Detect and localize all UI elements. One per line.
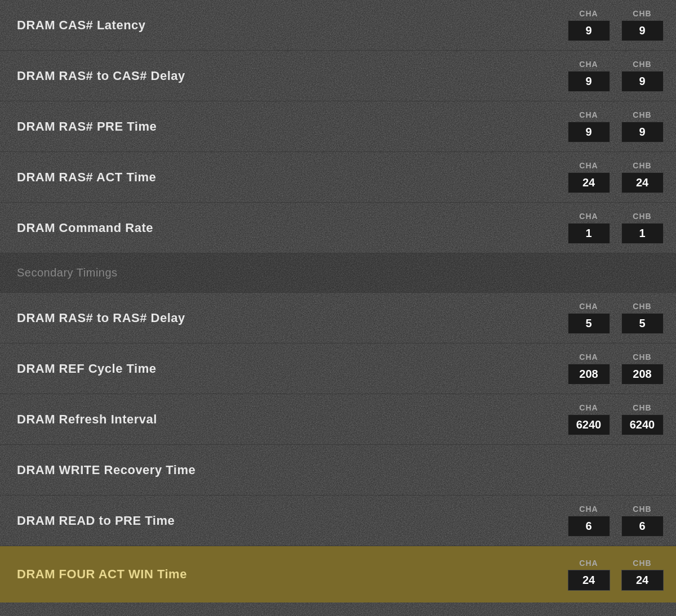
values-dram-ref-cycle-time: CHA208CHB208 <box>566 352 665 385</box>
values-dram-ras-cas-delay: CHA9CHB9 <box>566 60 665 92</box>
values-dram-refresh-interval: CHA6240CHB6240 <box>566 403 665 435</box>
cha-block-dram-ras-pre-time: CHA9 <box>566 110 611 142</box>
row-dram-write-recovery-time: DRAM WRITE Recovery Time <box>0 445 676 496</box>
row-dram-read-pre-time: DRAM READ to PRE TimeCHA6CHB6 <box>0 496 676 546</box>
cha-label-dram-ref-cycle-time: CHA <box>579 352 598 361</box>
cha-value-dram-ras-act-time: 24 <box>568 172 610 193</box>
cha-value-dram-ras-ras-delay: 5 <box>568 313 610 334</box>
cha-value-dram-command-rate: 1 <box>568 223 610 244</box>
label-dram-ras-pre-time: DRAM RAS# PRE Time <box>17 119 157 134</box>
chb-block-dram-ras-cas-delay: CHB9 <box>620 60 665 92</box>
cha-label-dram-ras-act-time: CHA <box>579 161 598 170</box>
cha-label-dram-ras-cas-delay: CHA <box>579 60 598 69</box>
label-dram-command-rate: DRAM Command Rate <box>17 221 153 235</box>
chb-value-dram-ref-cycle-time: 208 <box>621 364 664 385</box>
cha-block-dram-refresh-interval: CHA6240 <box>566 403 611 435</box>
values-dram-command-rate: CHA1CHB1 <box>566 212 665 244</box>
row-dram-cas-latency: DRAM CAS# LatencyCHA9CHB9 <box>0 0 676 51</box>
label-dram-ras-act-time: DRAM RAS# ACT Time <box>17 170 156 185</box>
chb-block-dram-four-act-win: CHB24 <box>620 559 665 591</box>
row-dram-four-act-win: DRAM FOUR ACT WIN TimeCHA24CHB24 <box>0 546 676 602</box>
row-dram-refresh-interval: DRAM Refresh IntervalCHA6240CHB6240 <box>0 394 676 445</box>
chb-label-dram-cas-latency: CHB <box>633 9 651 18</box>
main-container: DRAM CAS# LatencyCHA9CHB9DRAM RAS# to CA… <box>0 0 676 616</box>
chb-label-dram-ras-cas-delay: CHB <box>633 60 651 69</box>
cha-block-dram-ref-cycle-time: CHA208 <box>566 352 611 385</box>
chb-label-dram-ref-cycle-time: CHB <box>633 352 651 361</box>
row-dram-ras-pre-time: DRAM RAS# PRE TimeCHA9CHB9 <box>0 101 676 152</box>
cha-label-dram-read-pre-time: CHA <box>579 505 598 514</box>
label-dram-ras-cas-delay: DRAM RAS# to CAS# Delay <box>17 69 185 83</box>
chb-block-dram-read-pre-time: CHB6 <box>620 505 665 537</box>
label-dram-read-pre-time: DRAM READ to PRE Time <box>17 514 175 528</box>
cha-block-dram-ras-act-time: CHA24 <box>566 161 611 193</box>
cha-block-dram-four-act-win: CHA24 <box>566 559 611 591</box>
values-dram-ras-act-time: CHA24CHB24 <box>566 161 665 193</box>
chb-value-dram-read-pre-time: 6 <box>621 516 664 537</box>
values-dram-ras-pre-time: CHA9CHB9 <box>566 110 665 142</box>
chb-value-dram-command-rate: 1 <box>621 223 664 244</box>
chb-block-dram-ras-act-time: CHB24 <box>620 161 665 193</box>
cha-block-dram-ras-cas-delay: CHA9 <box>566 60 611 92</box>
cha-value-dram-ras-pre-time: 9 <box>568 122 610 142</box>
values-dram-cas-latency: CHA9CHB9 <box>566 9 665 41</box>
cha-block-dram-ras-ras-delay: CHA5 <box>566 302 611 334</box>
chb-block-dram-command-rate: CHB1 <box>620 212 665 244</box>
label-dram-write-recovery-time: DRAM WRITE Recovery Time <box>17 463 195 477</box>
chb-value-dram-ras-ras-delay: 5 <box>621 313 664 334</box>
label-secondary-timings: Secondary Timings <box>17 266 118 279</box>
chb-block-dram-refresh-interval: CHB6240 <box>620 403 665 435</box>
chb-block-dram-ras-pre-time: CHB9 <box>620 110 665 142</box>
chb-block-dram-cas-latency: CHB9 <box>620 9 665 41</box>
row-dram-command-rate: DRAM Command RateCHA1CHB1 <box>0 203 676 253</box>
chb-label-dram-ras-act-time: CHB <box>633 161 651 170</box>
chb-value-dram-refresh-interval: 6240 <box>621 414 664 435</box>
cha-value-dram-refresh-interval: 6240 <box>568 414 610 435</box>
chb-label-dram-refresh-interval: CHB <box>633 403 651 412</box>
cha-label-dram-cas-latency: CHA <box>579 9 598 18</box>
chb-label-dram-four-act-win: CHB <box>633 559 651 568</box>
values-dram-four-act-win: CHA24CHB24 <box>566 559 665 591</box>
cha-value-dram-ras-cas-delay: 9 <box>568 71 610 92</box>
row-dram-ras-cas-delay: DRAM RAS# to CAS# DelayCHA9CHB9 <box>0 51 676 101</box>
row-dram-ras-ras-delay: DRAM RAS# to RAS# DelayCHA5CHB5 <box>0 293 676 343</box>
label-dram-ras-ras-delay: DRAM RAS# to RAS# Delay <box>17 311 185 325</box>
chb-value-dram-ras-pre-time: 9 <box>621 122 664 142</box>
chb-value-dram-cas-latency: 9 <box>621 20 664 41</box>
label-dram-refresh-interval: DRAM Refresh Interval <box>17 412 157 427</box>
row-secondary-timings: Secondary Timings <box>0 253 676 293</box>
row-dram-ref-cycle-time: DRAM REF Cycle TimeCHA208CHB208 <box>0 343 676 394</box>
values-dram-ras-ras-delay: CHA5CHB5 <box>566 302 665 334</box>
label-dram-four-act-win: DRAM FOUR ACT WIN Time <box>17 567 187 582</box>
cha-label-dram-four-act-win: CHA <box>579 559 598 568</box>
row-dram-ras-act-time: DRAM RAS# ACT TimeCHA24CHB24 <box>0 152 676 203</box>
chb-label-dram-ras-pre-time: CHB <box>633 110 651 119</box>
values-dram-read-pre-time: CHA6CHB6 <box>566 505 665 537</box>
cha-label-dram-refresh-interval: CHA <box>579 403 598 412</box>
cha-block-dram-command-rate: CHA1 <box>566 212 611 244</box>
chb-value-dram-ras-cas-delay: 9 <box>621 71 664 92</box>
label-dram-cas-latency: DRAM CAS# Latency <box>17 18 146 33</box>
chb-block-dram-ras-ras-delay: CHB5 <box>620 302 665 334</box>
chb-label-dram-read-pre-time: CHB <box>633 505 651 514</box>
cha-label-dram-ras-ras-delay: CHA <box>579 302 598 311</box>
chb-label-dram-command-rate: CHB <box>633 212 651 221</box>
cha-value-dram-four-act-win: 24 <box>568 570 610 591</box>
cha-value-dram-cas-latency: 9 <box>568 20 610 41</box>
chb-value-dram-four-act-win: 24 <box>621 570 664 591</box>
label-dram-ref-cycle-time: DRAM REF Cycle Time <box>17 361 156 376</box>
cha-block-dram-read-pre-time: CHA6 <box>566 505 611 537</box>
cha-value-dram-read-pre-time: 6 <box>568 516 610 537</box>
cha-label-dram-command-rate: CHA <box>579 212 598 221</box>
cha-label-dram-ras-pre-time: CHA <box>579 110 598 119</box>
chb-value-dram-ras-act-time: 24 <box>621 172 664 193</box>
chb-label-dram-ras-ras-delay: CHB <box>633 302 651 311</box>
cha-value-dram-ref-cycle-time: 208 <box>568 364 610 385</box>
chb-block-dram-ref-cycle-time: CHB208 <box>620 352 665 385</box>
cha-block-dram-cas-latency: CHA9 <box>566 9 611 41</box>
